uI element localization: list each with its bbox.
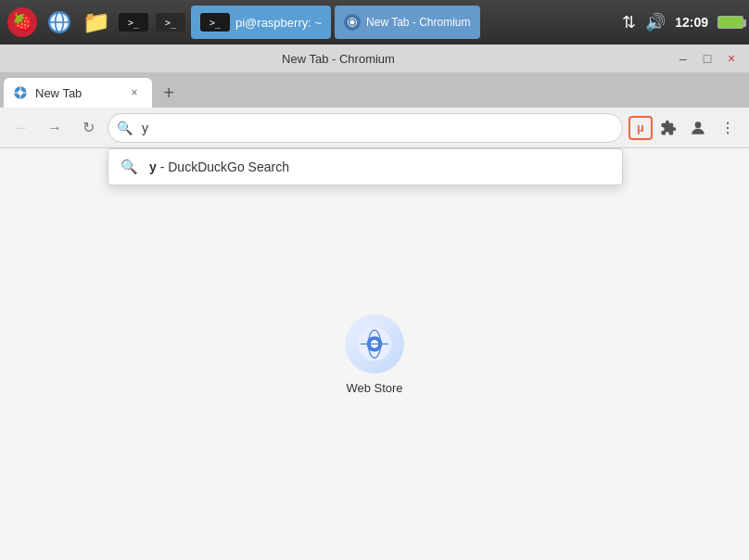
clock: 12:09	[675, 15, 708, 30]
taskbar-right: ⇅ 🔊 12:09	[622, 12, 743, 32]
browser-menu-button[interactable]	[714, 114, 742, 142]
battery-indicator	[717, 16, 743, 29]
address-bar-container: 🔍 🔍 y - DuckDuckGo Search	[108, 113, 623, 143]
tab-bar: New Tab × +	[0, 72, 749, 108]
raspberry-pi-icon[interactable]: 🍓	[6, 6, 39, 39]
svg-point-9	[695, 121, 702, 128]
nav-bar: ← → ↻ 🔍 🔍 y - DuckDuckGo Search μ	[0, 108, 749, 148]
tab-favicon	[13, 85, 28, 100]
tab-close-button[interactable]: ×	[126, 84, 143, 101]
web-store-icon[interactable]	[345, 314, 404, 374]
close-button[interactable]: ×	[721, 48, 742, 69]
active-app-label: pi@raspberry: ~	[235, 16, 322, 30]
autocomplete-bold-text: y	[149, 159, 157, 174]
terminal-icon[interactable]: >_	[117, 6, 150, 39]
terminal2-icon[interactable]: >_	[154, 6, 187, 39]
forward-button[interactable]: →	[41, 114, 69, 142]
nav-right-icons: μ	[628, 114, 742, 142]
tab-title: New Tab	[35, 86, 119, 100]
autocomplete-item[interactable]: 🔍 y - DuckDuckGo Search	[108, 149, 622, 185]
web-store-label: Web Store	[346, 381, 402, 395]
ublock-icon[interactable]: μ	[628, 116, 653, 140]
maximize-button[interactable]: □	[697, 48, 717, 69]
autocomplete-rest-text: - DuckDuckGo Search	[157, 159, 289, 174]
svg-point-10	[727, 121, 729, 123]
svg-point-12	[727, 132, 729, 134]
browser-window: New Tab - Chromium – □ × New Tab × + ← →	[0, 45, 749, 560]
title-bar: New Tab - Chromium – □ ×	[0, 45, 749, 72]
svg-point-11	[727, 126, 729, 128]
web-store-svg	[356, 325, 393, 363]
active-terminal-app[interactable]: >_ pi@raspberry: ~	[191, 6, 331, 39]
browser-icon[interactable]	[43, 6, 76, 39]
autocomplete-dropdown: 🔍 y - DuckDuckGo Search	[108, 148, 623, 185]
transfer-icon[interactable]: ⇅	[622, 12, 636, 32]
file-manager-icon[interactable]: 📁	[80, 6, 113, 39]
browser-tab-new-tab[interactable]: New Tab ×	[4, 78, 152, 108]
autocomplete-text: y - DuckDuckGo Search	[149, 159, 611, 174]
new-tab-button[interactable]: +	[156, 80, 182, 106]
autocomplete-search-icon: 🔍	[120, 159, 138, 175]
volume-icon[interactable]: 🔊	[645, 12, 666, 32]
chromium-app-button[interactable]: New Tab - Chromium	[335, 6, 479, 39]
address-search-icon: 🔍	[117, 121, 133, 135]
back-button[interactable]: ←	[7, 114, 35, 142]
window-title: New Tab - Chromium	[7, 52, 669, 66]
svg-point-3	[350, 20, 355, 25]
chromium-app-label: New Tab - Chromium	[366, 16, 470, 29]
page-content: Web Store	[0, 148, 749, 560]
reload-button[interactable]: ↻	[74, 114, 102, 142]
minimize-button[interactable]: –	[673, 48, 693, 69]
address-bar[interactable]	[108, 113, 623, 143]
extensions-icon[interactable]	[654, 114, 682, 142]
taskbar: 🍓 📁 >_ >_ >_ pi@raspberry: ~ New Tab - C…	[0, 0, 749, 45]
profile-icon[interactable]	[684, 114, 712, 142]
